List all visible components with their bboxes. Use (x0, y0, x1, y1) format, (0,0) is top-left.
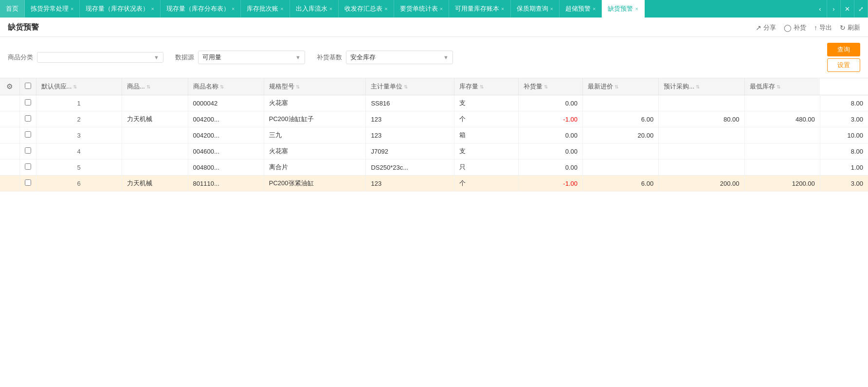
query-button[interactable]: 查询 (827, 43, 860, 56)
th-sort-replenish[interactable]: 补货量 ⇅ (524, 82, 578, 91)
tab-inventory-dist[interactable]: 现存量（库存分布表）× (161, 0, 241, 18)
tab-close-icon[interactable]: × (635, 6, 638, 12)
tab-close-icon[interactable]: × (280, 6, 283, 12)
category-filter-group: 商品分类 ▼ (8, 52, 163, 63)
th-sort-price[interactable]: 最新进价 ⇅ (588, 82, 653, 91)
tab-close-icon[interactable]: × (550, 6, 553, 12)
replenish-btn[interactable]: ◯ 补货 (784, 23, 806, 32)
td-min-0: 8.00 (820, 95, 868, 111)
category-select[interactable]: ▼ (37, 52, 163, 63)
th-sort-name[interactable]: 商品名称 ⇅ (193, 82, 259, 91)
tab-overstock[interactable]: 超储预警× (560, 0, 602, 18)
td-check-3 (19, 143, 36, 159)
tab-close-icon[interactable]: × (232, 6, 235, 12)
tab-label: 收发存汇总表 (344, 4, 382, 13)
td-name-3: 火花塞 (264, 143, 366, 159)
td-unit-1: 个 (454, 111, 518, 127)
replenish-base-filter-group: 补货基数 安全库存 ▼ (317, 51, 453, 64)
row-checkbox-1[interactable] (25, 115, 31, 122)
tab-inout-flow[interactable]: 出入库流水× (290, 0, 339, 18)
td-gear-1 (0, 111, 19, 127)
th-stock: 库存量 ⇅ (454, 78, 518, 95)
th-sort-stock[interactable]: 库存量 ⇅ (459, 82, 513, 91)
row-checkbox-2[interactable] (25, 131, 31, 138)
row-checkbox-0[interactable] (25, 99, 31, 106)
tab-close-icon[interactable]: × (593, 6, 596, 12)
td-stock-0: 0.00 (518, 95, 582, 111)
tab-close-icon[interactable]: × (329, 6, 332, 12)
replenish-base-select[interactable]: 安全库存 ▼ (346, 51, 453, 64)
td-price-1: 80.00 (659, 111, 744, 127)
tab-close-btn[interactable]: ✕ (841, 0, 854, 18)
row-checkbox-4[interactable] (25, 163, 31, 170)
main-area: 缺货预警 ↗ 分享 ◯ 补货 ↑ 导出 ↻ 刷新 (0, 18, 868, 387)
th-code-label: 商品... (127, 82, 145, 91)
tab-prev-btn[interactable]: ‹ (814, 0, 827, 18)
export-icon: ↑ (814, 24, 817, 32)
td-unit-2: 箱 (454, 127, 518, 143)
tab-bar: 首页拣货异常处理×现存量（库存状况表）×现存量（库存分布表）×库存批次账×出入库… (0, 0, 868, 18)
refresh-btn[interactable]: ↻ 刷新 (840, 23, 860, 32)
th-sort-supplier[interactable]: 默认供应... ⇅ (41, 82, 117, 91)
tab-close-icon[interactable]: × (440, 6, 443, 12)
column-settings-icon[interactable]: ⚙ (6, 82, 13, 90)
td-check-2 (19, 127, 36, 143)
tab-next-btn[interactable]: › (827, 0, 841, 18)
td-num-3: 4 (36, 143, 122, 159)
tab-label: 要货单统计表 (400, 4, 438, 13)
tab-label: 保质期查询 (517, 4, 548, 13)
tab-demand-stat[interactable]: 要货单统计表× (394, 0, 449, 18)
tab-close-icon[interactable]: × (151, 6, 154, 12)
table-row: 4 004600... 火花塞 J7092 支 0.00 8.00 (0, 143, 868, 159)
th-sort-est[interactable]: 预计采购... ⇅ (664, 82, 739, 91)
tab-receipt-summary[interactable]: 收发存汇总表× (339, 0, 394, 18)
replenish-base-dropdown-arrow: ▼ (443, 54, 449, 60)
td-replenish-4 (582, 159, 658, 176)
datasource-select[interactable]: 可用量 ▼ (198, 51, 305, 64)
replenish-icon: ◯ (784, 24, 792, 32)
tab-inventory-status[interactable]: 现存量（库存状况表）× (80, 0, 160, 18)
tab-label: 缺货预警 (608, 4, 633, 13)
td-spec-3: J7092 (366, 143, 454, 159)
tab-close-icon[interactable]: × (384, 6, 387, 12)
category-dropdown-arrow: ▼ (154, 54, 159, 60)
row-checkbox-5[interactable] (25, 179, 31, 186)
table-row: 5 004800... 离合片 DS250*23c... 只 0.00 1.00 (0, 159, 868, 176)
th-sort-code[interactable]: 商品... ⇅ (127, 82, 183, 91)
settings-button[interactable]: 设置 (827, 58, 860, 72)
td-unit-3: 支 (454, 143, 518, 159)
th-sort-unit[interactable]: 主计量单位 ⇅ (371, 82, 449, 91)
th-sort-min[interactable]: 最低库存 ⇅ (750, 82, 815, 91)
sort-min-icon: ⇅ (777, 84, 780, 89)
td-code-5: 801110... (188, 176, 264, 192)
tab-expiry-query[interactable]: 保质期查询× (511, 0, 560, 18)
tab-shortage[interactable]: 缺货预警× (602, 0, 644, 18)
datasource-filter-group: 数据源 可用量 ▼ (175, 51, 305, 64)
row-checkbox-3[interactable] (25, 147, 31, 154)
sort-unit-icon: ⇅ (404, 84, 408, 89)
export-label: 导出 (819, 23, 832, 32)
tab-batch-account[interactable]: 库存批次账× (241, 0, 289, 18)
td-check-1 (19, 111, 36, 127)
export-btn[interactable]: ↑ 导出 (814, 23, 832, 32)
page-title: 缺货预警 (8, 22, 39, 33)
tab-avail-ledger[interactable]: 可用量库存账本× (449, 0, 510, 18)
header-row: ⚙ 默认供应... ⇅ 商品 (0, 78, 868, 95)
tab-home[interactable]: 首页 (0, 0, 25, 18)
tab-expand-btn[interactable]: ⤢ (854, 0, 868, 18)
th-replenish-label: 补货量 (524, 82, 542, 91)
th-stock-label: 库存量 (459, 82, 478, 91)
td-check-4 (19, 159, 36, 176)
td-est-0 (744, 95, 820, 111)
td-price-5: 200.00 (659, 176, 744, 192)
select-all-checkbox[interactable] (25, 83, 31, 89)
sort-spec-icon: ⇅ (296, 84, 300, 89)
tab-close-icon[interactable]: × (71, 6, 73, 12)
tab-defect-exception[interactable]: 拣货异常处理× (25, 0, 80, 18)
td-supplier-4 (122, 159, 188, 176)
td-price-4 (659, 159, 744, 176)
replenish-label: 补货 (794, 23, 806, 32)
share-btn[interactable]: ↗ 分享 (756, 23, 776, 32)
tab-close-icon[interactable]: × (501, 6, 504, 12)
th-sort-spec[interactable]: 规格型号 ⇅ (269, 82, 361, 91)
